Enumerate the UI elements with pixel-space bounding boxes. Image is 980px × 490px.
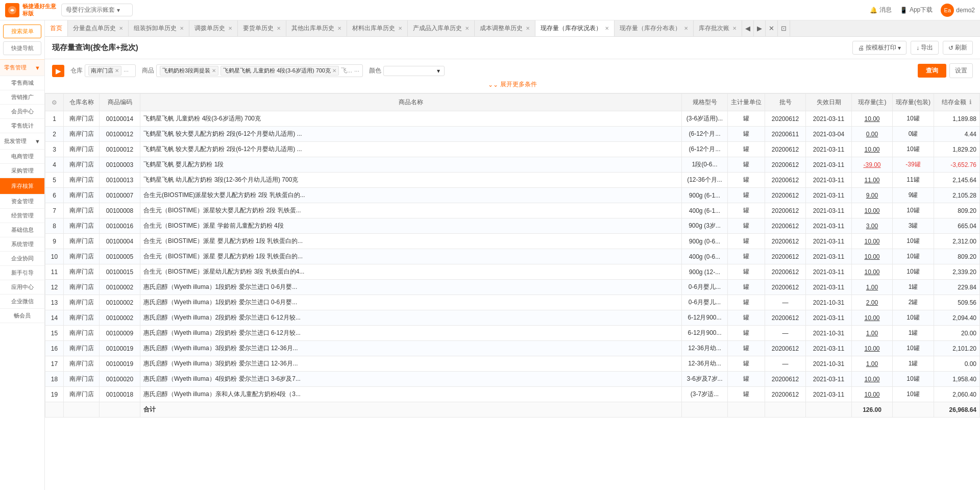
sidebar-item-guide[interactable]: 新手引导 <box>0 266 44 280</box>
settings-icon[interactable]: ⚙ <box>52 99 57 106</box>
row-code: 00100007 <box>100 188 140 203</box>
tab-close-11[interactable]: ✕ <box>732 26 737 31</box>
color-select-container[interactable]: ▾ <box>383 66 445 76</box>
th-settings[interactable]: ⚙ <box>45 94 64 111</box>
row-qty-main[interactable]: 10.00 <box>852 249 893 264</box>
tab-close-2[interactable]: ✕ <box>180 26 184 31</box>
setting-btn[interactable]: 设置 <box>949 63 973 78</box>
app-download-btn[interactable]: 📱 App下载 <box>900 6 933 14</box>
row-qty-main[interactable]: 10.00 <box>852 372 893 387</box>
logo-text: 畅捷通好生意 标版 <box>22 3 56 16</box>
expand-conditions-btn[interactable]: ⌄⌄ 展开更多条件 <box>488 80 537 89</box>
summary-label: 合计 <box>140 402 682 418</box>
row-name: 惠氏启醇（Wyeth illuma）2段奶粉 爱尔兰进口 6-12月较... <box>140 310 682 326</box>
print-btn[interactable]: 🖨 按模板打印 ▾ <box>852 41 906 55</box>
row-name: 飞鹤星飞帆 较大婴儿配方奶粉 2段(6-12个月婴幼儿适用) ... <box>140 127 682 142</box>
table-row: 6南岸门店00100007合生元(BIOSTIME)派星较大婴儿配方奶粉 2段 … <box>45 188 980 203</box>
row-spec: 3-6岁及7岁... <box>682 372 728 387</box>
tab-prev-btn[interactable]: ◀ <box>742 20 754 37</box>
row-expire: 2021-03-11 <box>806 249 852 264</box>
tab-close-4[interactable]: ✕ <box>277 26 281 31</box>
tab-stock-dist[interactable]: 现存量（库存分布表） ✕ <box>615 20 694 37</box>
sidebar-item-system[interactable]: 系统管理 <box>0 237 44 252</box>
row-qty-main[interactable]: 10.00 <box>852 111 893 127</box>
tab-close-7[interactable]: ✕ <box>465 26 469 31</box>
messages-btn[interactable]: 🔔 消息 <box>870 6 892 14</box>
sidebar-item-basic-info[interactable]: 基础信息 <box>0 223 44 237</box>
sidebar-item-purchase[interactable]: 采购管理 <box>0 164 44 178</box>
row-warehouse: 南岸门店 <box>64 157 100 173</box>
sidebar-item-membership[interactable]: 会员中心 <box>0 105 44 119</box>
row-qty-main[interactable]: 1.00 <box>852 326 893 341</box>
row-qty-main[interactable]: 10.00 <box>852 387 893 402</box>
row-code: 00100012 <box>100 142 140 157</box>
row-unit: 罐 <box>728 326 765 341</box>
tab-transfer[interactable]: 调拨单历史 ✕ <box>189 20 238 37</box>
row-qty-main[interactable]: 10.00 <box>852 142 893 157</box>
row-qty-main[interactable]: 2.00 <box>852 295 893 310</box>
tab-inventory-count[interactable]: 分量盘点单历史 ✕ <box>68 20 129 37</box>
row-qty-main[interactable]: 9.00 <box>852 188 893 203</box>
sidebar-item-wholesale[interactable]: 批发管理 ▼ <box>0 133 44 150</box>
row-qty-main[interactable]: 10.00 <box>852 264 893 280</box>
tab-material-out[interactable]: 材料出库单历史 ✕ <box>347 20 408 37</box>
sidebar-item-retail-stats[interactable]: 零售统计 <box>0 119 44 133</box>
tab-close-1[interactable]: ✕ <box>119 26 123 31</box>
sidebar-item-finance[interactable]: 资金管理 <box>0 194 44 209</box>
tab-requisition[interactable]: 要货单历史 ✕ <box>238 20 286 37</box>
quick-nav-btn[interactable]: 快捷导航 <box>3 41 41 55</box>
tab-close-6[interactable]: ✕ <box>398 26 402 31</box>
row-qty-main[interactable]: -39.00 <box>852 157 893 173</box>
tab-finished-in[interactable]: 产成品入库单历史 ✕ <box>408 20 475 37</box>
export-btn[interactable]: ↓ 导出 <box>911 41 939 55</box>
tab-other-out[interactable]: 其他出库单历史 ✕ <box>286 20 347 37</box>
sidebar-item-operations[interactable]: 经营管理 <box>0 209 44 223</box>
row-name: 惠氏启醇（Wyeth illuma）2段奶粉 爱尔兰进口 6-12月较... <box>140 326 682 341</box>
tab-close-3[interactable]: ✕ <box>228 26 232 31</box>
tab-next-btn[interactable]: ▶ <box>754 20 766 37</box>
sidebar-item-inventory[interactable]: 库存核算 <box>0 178 44 194</box>
row-qty-main[interactable]: 3.00 <box>852 218 893 234</box>
query-btn[interactable]: 查询 <box>918 64 946 78</box>
product-tag-1-close[interactable]: ✕ <box>212 68 216 74</box>
tab-expand-btn[interactable]: ⊡ <box>778 20 790 37</box>
row-qty-main[interactable]: 0.00 <box>852 127 893 142</box>
product-tag-2-close[interactable]: ✕ <box>332 68 336 74</box>
row-qty-main[interactable]: 10.00 <box>852 203 893 218</box>
search-menu-btn[interactable]: 搜索菜单 <box>3 24 41 38</box>
search-row-1: ▶ 仓库 南岸门店 ✕ ··· 商品 飞鹤奶粉3段两提 <box>52 63 973 78</box>
sidebar-item-wechat[interactable]: 企业微信 <box>0 295 44 309</box>
row-qty-main[interactable]: 1.00 <box>852 356 893 372</box>
sidebar-item-membership2[interactable]: 畅会员 <box>0 309 44 323</box>
sidebar-item-marketing[interactable]: 营销推广 <box>0 90 44 105</box>
tab-close-5[interactable]: ✕ <box>337 26 341 31</box>
row-spec: 12-36月幼... <box>682 356 728 372</box>
tab-cost-adj[interactable]: 成本调整单历史 ✕ <box>475 20 535 37</box>
tab-close-8[interactable]: ✕ <box>526 26 530 31</box>
tab-home[interactable]: 首页 <box>45 20 68 37</box>
warehouse-tag-close[interactable]: ✕ <box>115 68 119 74</box>
table-row: 4南岸门店00100003飞鹤星飞帆 婴儿配方奶粉 1段1段(0-6...罐20… <box>45 157 980 173</box>
tab-assemble[interactable]: 组装拆卸单历史 ✕ <box>129 20 189 37</box>
tab-batch-ledger[interactable]: 库存批次账 ✕ <box>694 20 742 37</box>
row-qty-main[interactable]: 11.00 <box>852 173 893 188</box>
row-qty-main[interactable]: 10.00 <box>852 310 893 326</box>
tab-stock-status[interactable]: 现存量（库存状况表） ✕ <box>535 20 615 37</box>
sidebar-item-app-center[interactable]: 应用中心 <box>0 280 44 295</box>
account-dropdown[interactable]: 母婴行业演示账套 ▾ <box>61 4 133 16</box>
sidebar-item-collab[interactable]: 企业协同 <box>0 252 44 266</box>
warehouse-tag-container[interactable]: 南岸门店 ✕ ··· <box>85 64 136 77</box>
sidebar-item-retail-store[interactable]: 零售商城 <box>0 76 44 90</box>
tab-close-all-btn[interactable]: ✕ <box>766 20 778 37</box>
product-tag-container[interactable]: 飞鹤奶粉3段两提装 ✕ 飞鹤星飞帆 儿童奶粉 4段(3-6岁适用) 700克 ✕… <box>156 64 363 77</box>
refresh-btn[interactable]: ↺ 刷新 <box>943 41 973 55</box>
sidebar-item-retail-mgmt[interactable]: 零售管理 ▼ <box>0 60 44 76</box>
tab-close-10[interactable]: ✕ <box>684 26 688 31</box>
row-qty-main[interactable]: 10.00 <box>852 234 893 249</box>
collapse-btn[interactable]: ▶ <box>52 65 64 77</box>
tab-close-9[interactable]: ✕ <box>605 26 609 31</box>
row-qty-main[interactable]: 1.00 <box>852 280 893 295</box>
user-avatar[interactable]: Ea demo2 <box>941 4 975 17</box>
row-qty-main[interactable]: 10.00 <box>852 341 893 356</box>
sidebar-item-ecommerce[interactable]: 电商管理 <box>0 150 44 164</box>
